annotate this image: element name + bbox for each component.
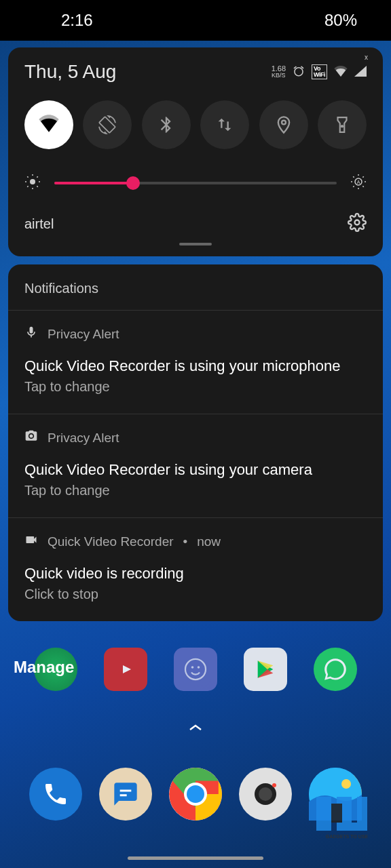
wifi-signal-icon [334, 66, 348, 79]
app-drawer-handle[interactable] [187, 720, 204, 736]
location-icon [274, 115, 293, 134]
svg-point-9 [191, 666, 194, 669]
notification-app-name: Privacy Alert [48, 327, 119, 342]
notification-subtitle: Tap to change [24, 483, 367, 498]
svg-marker-7 [123, 665, 131, 673]
app-icon-face[interactable] [174, 648, 217, 691]
brightness-slider[interactable] [54, 182, 337, 184]
svg-rect-22 [316, 797, 331, 831]
qs-tile-flashlight[interactable] [318, 100, 367, 149]
svg-point-1 [341, 125, 343, 127]
settings-button[interactable] [348, 213, 367, 235]
notification-item[interactable]: Privacy Alert Quick Video Recorder is us… [8, 311, 383, 414]
manage-notifications-button[interactable]: Manage [14, 658, 74, 677]
svg-point-19 [272, 783, 276, 787]
shade-drag-handle[interactable] [179, 243, 212, 245]
qs-date[interactable]: Thu, 5 Aug [24, 61, 116, 83]
flashlight-icon [333, 116, 351, 134]
svg-point-21 [341, 779, 351, 789]
svg-point-5 [355, 220, 360, 225]
svg-point-6 [30, 435, 33, 438]
status-bar: 2:16 80% [0, 0, 391, 41]
svg-rect-25 [357, 797, 367, 831]
dock-icon-camera[interactable] [239, 768, 292, 821]
svg-text:GADGETS TO USE: GADGETS TO USE [326, 834, 369, 839]
dock-icon-phone[interactable] [29, 768, 82, 821]
clock-time: 2:16 [61, 11, 93, 30]
svg-point-8 [185, 659, 206, 679]
auto-rotate-icon [98, 115, 117, 134]
microphone-icon [24, 326, 38, 342]
notification-title: Quick video is recording [24, 565, 367, 583]
app-icon-whatsapp[interactable] [314, 648, 357, 691]
notification-title: Quick Video Recorder is using your micro… [24, 357, 367, 375]
svg-point-2 [30, 179, 35, 184]
alarm-icon [293, 65, 305, 79]
qs-tile-mobile-data[interactable] [200, 100, 249, 149]
svg-point-18 [259, 787, 272, 801]
data-rate-indicator: 1.68 KB/S [272, 65, 286, 79]
watermark-logo: GADGETS TO USE [310, 793, 384, 841]
notifications-header: Notifications [8, 264, 383, 311]
camera-icon [24, 429, 38, 446]
notification-subtitle: Click to stop [24, 587, 367, 602]
svg-rect-26 [331, 804, 342, 823]
notification-title: Quick Video Recorder is using your camer… [24, 461, 367, 479]
app-icon-playstore[interactable] [244, 648, 287, 691]
wifi-icon [38, 114, 60, 136]
mobile-data-icon [215, 115, 234, 134]
notifications-panel: Notifications Privacy Alert Quick Video … [8, 264, 383, 621]
quick-settings-panel: Thu, 5 Aug 1.68 KB/S VoWiFi x [8, 47, 383, 256]
svg-point-0 [282, 121, 286, 125]
dock-icon-chrome[interactable] [169, 768, 222, 821]
brightness-auto-icon[interactable]: A [350, 174, 367, 193]
svg-text:A: A [357, 180, 360, 184]
brightness-thumb[interactable] [126, 176, 140, 190]
qs-tile-auto-rotate[interactable] [83, 100, 132, 149]
notification-subtitle: Tap to change [24, 379, 367, 395]
notification-app-name: Privacy Alert [48, 431, 119, 446]
svg-point-10 [198, 666, 200, 669]
bluetooth-icon [157, 115, 176, 134]
home-indicator[interactable] [128, 856, 263, 860]
notification-item[interactable]: Quick Video Recorder • now Quick video i… [8, 518, 383, 621]
notification-app-name: Quick Video Recorder [48, 534, 174, 549]
notification-item[interactable]: Privacy Alert Quick Video Recorder is us… [8, 414, 383, 518]
vowifi-icon: VoWiFi [312, 64, 327, 79]
qs-tile-bluetooth[interactable] [142, 100, 191, 149]
gear-icon [348, 213, 367, 232]
cell-signal-icon: x [354, 66, 367, 79]
brightness-low-icon [24, 174, 41, 193]
carrier-label: airtel [24, 216, 54, 232]
qs-tile-wifi[interactable] [24, 100, 73, 149]
videocam-icon [24, 533, 38, 550]
battery-percent: 80% [324, 11, 357, 30]
qs-tile-location[interactable] [259, 100, 308, 149]
qs-status-icons: 1.68 KB/S VoWiFi x [272, 64, 367, 79]
svg-point-16 [187, 785, 204, 803]
dock-icon-messages[interactable] [99, 768, 152, 821]
notification-time: now [197, 534, 221, 549]
app-icon-youtube[interactable] [104, 648, 147, 691]
